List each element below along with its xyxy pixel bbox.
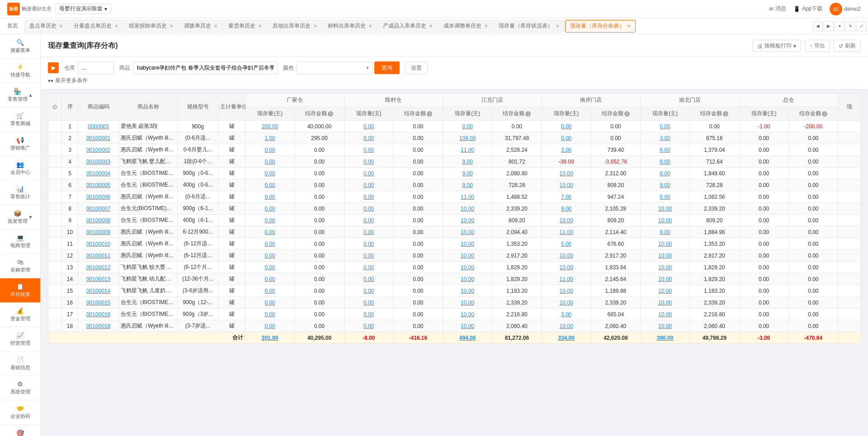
- row-yb-qty[interactable]: 3.00: [641, 132, 690, 144]
- row-fw-qty[interactable]: 200.00: [245, 121, 295, 132]
- tab-material-out-close[interactable]: ✕: [368, 23, 372, 28]
- sidebar-item-base[interactable]: 📄 基础信息: [0, 352, 40, 376]
- row-sc-qty[interactable]: 0.00: [344, 250, 393, 262]
- row-jb-qty[interactable]: 9.00: [443, 179, 492, 191]
- filter-collapse-btn[interactable]: ▶: [48, 62, 59, 73]
- row-code[interactable]: 00100005: [78, 179, 119, 191]
- row-sc-qty[interactable]: 0.00: [344, 262, 393, 273]
- summary-na-qty[interactable]: 334.00: [542, 332, 591, 344]
- sidebar-item-purchase[interactable]: 🛍 采购管理: [0, 254, 40, 278]
- row-jb-qty[interactable]: 10.00: [443, 238, 492, 250]
- row-fw-qty[interactable]: 0.00: [245, 285, 295, 297]
- goods-input[interactable]: [133, 61, 278, 74]
- row-yb-qty[interactable]: 10.00: [641, 297, 690, 309]
- row-yb-qty[interactable]: 10.00: [641, 262, 690, 273]
- row-fw-qty[interactable]: 0.00: [245, 226, 295, 238]
- row-na-qty[interactable]: 10.00: [542, 179, 591, 191]
- row-na-qty[interactable]: 3.00: [542, 144, 591, 156]
- summary-jb-qty[interactable]: 494.00: [443, 332, 492, 344]
- row-code[interactable]: 00100003: [78, 156, 119, 168]
- row-yb-qty[interactable]: 8.00: [641, 168, 690, 179]
- row-code[interactable]: 00100012: [78, 262, 119, 273]
- tab-stock-status-close[interactable]: ✕: [556, 23, 559, 28]
- row-jb-qty[interactable]: 10.00: [443, 285, 492, 297]
- app-download-button[interactable]: 📱 App下载: [793, 5, 822, 13]
- row-sc-qty[interactable]: 0.00: [344, 297, 393, 309]
- sidebar-item-marketing[interactable]: 📢 营销推广: [0, 132, 40, 156]
- row-code[interactable]: 00100015: [78, 297, 119, 309]
- row-na-qty[interactable]: 5.00: [542, 238, 591, 250]
- row-yb-qty[interactable]: 10.00: [641, 320, 690, 332]
- summary-fw-qty[interactable]: 201.00: [245, 332, 295, 344]
- row-sc-qty[interactable]: 0.00: [344, 168, 393, 179]
- tab-stock-dist-close[interactable]: ✕: [627, 23, 631, 28]
- query-button[interactable]: 查询: [374, 61, 400, 74]
- sidebar-item-ecommerce[interactable]: 💻 电商管理: [0, 230, 40, 254]
- row-fw-qty[interactable]: 1.00: [245, 132, 295, 144]
- row-sc-qty[interactable]: 0.00: [344, 144, 393, 156]
- export-button[interactable]: ↑ 导出: [805, 40, 830, 52]
- row-yb-qty[interactable]: 6.00: [641, 144, 690, 156]
- tab-stock-dist[interactable]: 现存量（库存分布表） ✕: [565, 20, 636, 33]
- row-sc-qty[interactable]: 0.00: [344, 238, 393, 250]
- tab-cost-adj-close[interactable]: ✕: [484, 23, 488, 28]
- row-jb-qty[interactable]: 10.00: [443, 226, 492, 238]
- row-sc-qty[interactable]: 0.00: [344, 203, 393, 215]
- row-code[interactable]: 00100018: [78, 320, 119, 332]
- tab-stock-status[interactable]: 现存量（库存状况表） ✕: [494, 20, 564, 33]
- summary-yb-qty[interactable]: 390.00: [641, 332, 690, 344]
- setting-button[interactable]: 设置: [405, 61, 428, 74]
- tab-order[interactable]: 要货单历史 ✕: [223, 20, 267, 33]
- row-jb-qty[interactable]: 10.00: [443, 215, 492, 226]
- tab-home[interactable]: 首页: [2, 20, 24, 33]
- row-fw-qty[interactable]: 0.00: [245, 144, 295, 156]
- tab-transfer[interactable]: 调拨单历史 ✕: [179, 20, 222, 33]
- row-fw-qty[interactable]: 0.00: [245, 250, 295, 262]
- row-sc-qty[interactable]: 0.00: [344, 285, 393, 297]
- user-area[interactable]: d2 demo2: [830, 3, 861, 15]
- row-yb-qty[interactable]: 10.00: [641, 238, 690, 250]
- row-na-qty[interactable]: 9.00: [542, 203, 591, 215]
- row-sc-qty[interactable]: 0.00: [344, 191, 393, 203]
- tab-inventory2[interactable]: 分量盘点单历史 ✕: [69, 20, 123, 33]
- row-jb-qty[interactable]: 11.00: [443, 191, 492, 203]
- row-yb-qty[interactable]: 0.00: [641, 121, 690, 132]
- row-jb-qty[interactable]: 11.00: [443, 144, 492, 156]
- row-na-qty[interactable]: 10.00: [542, 285, 591, 297]
- row-code[interactable]: 00100014: [78, 285, 119, 297]
- sidebar-item-retail-stats[interactable]: 📊 零售统计: [0, 181, 40, 205]
- sidebar-item-operations[interactable]: 📈 经营管理: [0, 327, 40, 352]
- row-code[interactable]: 00100006: [78, 191, 119, 203]
- tab-inventory[interactable]: 盘点单历史 ✕: [24, 20, 68, 33]
- row-yb-qty[interactable]: 10.00: [641, 273, 690, 285]
- row-yb-qty[interactable]: 10.00: [641, 203, 690, 215]
- row-jb-qty[interactable]: 10.00: [443, 297, 492, 309]
- sidebar-item-guide[interactable]: 🎯 新手引导: [0, 425, 40, 436]
- row-yb-qty[interactable]: 10.00: [641, 215, 690, 226]
- row-fw-qty[interactable]: 0.00: [245, 179, 295, 191]
- sidebar-item-system[interactable]: ⚙ 系统管理: [0, 376, 40, 400]
- row-fw-qty[interactable]: 0.00: [245, 262, 295, 273]
- row-sc-qty[interactable]: 0.00: [344, 179, 393, 191]
- row-fw-qty[interactable]: 0.00: [245, 191, 295, 203]
- jb-amt-info-icon[interactable]: i: [525, 111, 531, 117]
- tab-material-out[interactable]: 材料出库单历史 ✕: [323, 20, 377, 33]
- tab-other-out-close[interactable]: ✕: [313, 23, 317, 28]
- row-code[interactable]: 00100010: [78, 238, 119, 250]
- tab-inventory2-close[interactable]: ✕: [114, 23, 118, 28]
- tab-nav-maximize[interactable]: ⤢: [856, 21, 866, 31]
- row-yb-qty[interactable]: 8.00: [641, 156, 690, 168]
- sidebar-item-nav[interactable]: ⚡ 快捷导航: [0, 59, 40, 83]
- row-yb-qty[interactable]: 9.00: [641, 179, 690, 191]
- tab-nav-next[interactable]: ▶: [824, 21, 834, 31]
- row-fw-qty[interactable]: 0.00: [245, 238, 295, 250]
- row-sc-qty[interactable]: 0.00: [344, 215, 393, 226]
- tab-nav-more[interactable]: ▾: [835, 21, 844, 31]
- row-code[interactable]: 00100009: [78, 226, 119, 238]
- row-fw-qty[interactable]: 0.00: [245, 273, 295, 285]
- sidebar-item-finance[interactable]: 💰 资金管理: [0, 303, 40, 327]
- row-code[interactable]: 00100016: [78, 309, 119, 320]
- row-code[interactable]: 00100002: [78, 144, 119, 156]
- row-yb-qty[interactable]: 10.00: [641, 250, 690, 262]
- row-code[interactable]: 00100013: [78, 273, 119, 285]
